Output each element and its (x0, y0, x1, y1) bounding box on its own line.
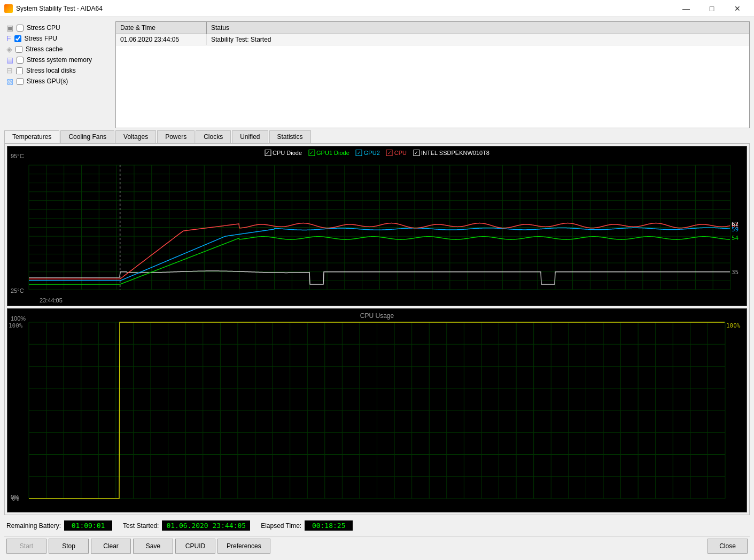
preferences-button[interactable]: Preferences (217, 539, 270, 554)
tab-content: ✓CPU Diode✓GPU1 Diode✓GPU2✓CPU✓INTEL SSD… (4, 143, 750, 515)
checkbox-input-2[interactable] (15, 46, 22, 53)
legend-item-2: ✓GPU2 (356, 150, 380, 156)
temp-legend: ✓CPU Diode✓GPU1 Diode✓GPU2✓CPU✓INTEL SSD… (265, 150, 489, 156)
app-icon (4, 4, 13, 13)
legend-item-4: ✓INTEL SSDPEKNW010T8 (413, 150, 489, 156)
log-table: Date & Time Status 01.06.2020 23:44:05St… (115, 21, 750, 128)
temp-canvas (7, 146, 747, 306)
tab-voltages[interactable]: Voltages (115, 130, 156, 143)
cpu-y-top: 100% (11, 315, 26, 322)
legend-label-2: GPU2 (364, 150, 380, 156)
checkbox-label-2: Stress cache (26, 45, 63, 53)
legend-check-1[interactable]: ✓ (308, 150, 315, 156)
buttons-bar: Start Stop Clear Save CPUID Preferences … (4, 536, 750, 556)
window-title: System Stability Test - AIDA64 (16, 5, 103, 12)
test-started-label: Test Started: (123, 522, 159, 530)
checkbox-row-2: ◈Stress cache (6, 45, 109, 53)
log-header-status: Status (207, 22, 749, 34)
checkbox-row-0: ▣Stress CPU (6, 24, 109, 32)
checkbox-input-4[interactable] (16, 67, 23, 74)
tab-cooling-fans[interactable]: Cooling Fans (60, 130, 114, 143)
log-table-header: Date & Time Status (116, 22, 749, 34)
checkbox-input-5[interactable] (17, 78, 24, 85)
checkbox-row-1: FStress FPU (6, 34, 109, 43)
start-button[interactable]: Start (6, 539, 46, 554)
temp-x-label: 23:44:05 (40, 297, 63, 304)
stop-button[interactable]: Stop (49, 539, 89, 554)
temp-y-top: 95°C (11, 153, 24, 159)
battery-label: Remaining Battery: (6, 522, 61, 530)
tab-unified[interactable]: Unified (232, 130, 268, 143)
title-bar: System Stability Test - AIDA64 — □ ✕ (0, 0, 754, 17)
legend-check-0[interactable]: ✓ (265, 150, 271, 156)
checkbox-icon-3: ▤ (6, 56, 13, 64)
legend-check-2[interactable]: ✓ (356, 150, 362, 156)
tab-clocks[interactable]: Clocks (196, 130, 231, 143)
checkbox-icon-0: ▣ (6, 24, 13, 32)
cpuid-button[interactable]: CPUID (175, 539, 215, 554)
checkbox-label-4: Stress local disks (26, 67, 76, 74)
tab-temperatures[interactable]: Temperatures (4, 130, 59, 143)
test-started-group: Test Started: 01.06.2020 23:44:05 (123, 520, 250, 531)
checkbox-row-5: ▧Stress GPU(s) (6, 77, 109, 85)
legend-check-4[interactable]: ✓ (413, 150, 419, 156)
checkboxes-panel: ▣Stress CPUFStress FPU◈Stress cache▤Stre… (4, 21, 111, 128)
elapsed-group: Elapsed Time: 00:18:25 (261, 520, 353, 531)
main-content: ▣Stress CPUFStress FPU◈Stress cache▤Stre… (0, 17, 754, 560)
buttons-left: Start Stop Clear Save CPUID Preferences (6, 539, 270, 554)
legend-label-0: CPU Diode (273, 150, 302, 156)
minimize-button[interactable]: — (674, 0, 698, 17)
checkbox-row-3: ▤Stress system memory (6, 56, 109, 64)
checkbox-input-3[interactable] (17, 57, 24, 64)
checkbox-label-0: Stress CPU (27, 24, 60, 32)
checkbox-input-0[interactable] (17, 25, 24, 32)
legend-label-4: INTEL SSDPEKNW010T8 (421, 150, 489, 156)
log-rows: 01.06.2020 23:44:05Stability Test: Start… (116, 34, 749, 45)
elapsed-label: Elapsed Time: (261, 522, 301, 530)
checkbox-icon-5: ▧ (6, 77, 13, 85)
top-section: ▣Stress CPUFStress FPU◈Stress cache▤Stre… (4, 21, 750, 128)
window-controls: — □ ✕ (674, 0, 750, 17)
close-button[interactable]: ✕ (725, 0, 750, 17)
battery-group: Remaining Battery: 01:09:01 (6, 520, 112, 531)
checkbox-input-1[interactable] (14, 35, 21, 42)
tab-statistics[interactable]: Statistics (269, 130, 311, 143)
checkbox-row-4: ⊟Stress local disks (6, 66, 109, 75)
cpu-canvas (7, 309, 747, 512)
cpu-chart-title: CPU Usage (360, 312, 394, 320)
clear-button[interactable]: Clear (91, 539, 131, 554)
bottom-bar: Remaining Battery: 01:09:01 Test Started… (4, 517, 750, 534)
save-button[interactable]: Save (133, 539, 173, 554)
legend-label-1: GPU1 Diode (316, 150, 349, 156)
temp-y-bottom: 25°C (11, 287, 24, 294)
legend-check-3[interactable]: ✓ (386, 150, 393, 156)
checkbox-label-5: Stress GPU(s) (27, 77, 68, 85)
checkbox-icon-4: ⊟ (6, 66, 13, 75)
test-started-value: 01.06.2020 23:44:05 (162, 520, 250, 531)
temp-chart: ✓CPU Diode✓GPU1 Diode✓GPU2✓CPU✓INTEL SSD… (7, 146, 747, 306)
checkbox-label-3: Stress system memory (27, 56, 92, 64)
log-row-0: 01.06.2020 23:44:05Stability Test: Start… (116, 34, 749, 45)
tabs-section: TemperaturesCooling FansVoltagesPowersCl… (4, 130, 750, 515)
close-window-button[interactable]: Close (708, 539, 748, 554)
maximize-button[interactable]: □ (699, 0, 724, 17)
checkbox-icon-2: ◈ (6, 45, 12, 53)
checkbox-icon-1: F (6, 34, 11, 43)
legend-item-0: ✓CPU Diode (265, 150, 302, 156)
elapsed-value: 00:18:25 (305, 520, 353, 531)
legend-label-3: CPU (394, 150, 407, 156)
cpu-chart: CPU Usage 100% 0% (7, 308, 747, 512)
tab-bar: TemperaturesCooling FansVoltagesPowersCl… (4, 130, 750, 143)
cpu-y-bottom: 0% (11, 494, 19, 500)
log-header-date: Date & Time (116, 22, 207, 34)
battery-value: 01:09:01 (64, 520, 112, 531)
log-date-0: 01.06.2020 23:44:05 (116, 34, 207, 45)
legend-item-3: ✓CPU (386, 150, 407, 156)
legend-item-1: ✓GPU1 Diode (308, 150, 349, 156)
log-status-0: Stability Test: Started (207, 34, 749, 45)
tab-powers[interactable]: Powers (157, 130, 195, 143)
checkbox-label-1: Stress FPU (25, 35, 57, 42)
